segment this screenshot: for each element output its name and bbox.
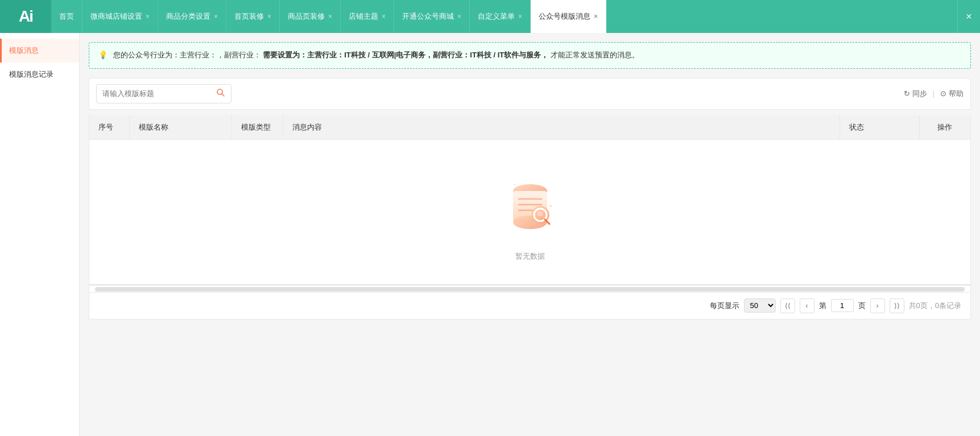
close-tab-shop-theme[interactable]: ×	[382, 13, 386, 20]
notice-box: 💡 您的公众号行业为：主营行业：，副营行业： 需要设置为：主营行业：IT科技 /…	[89, 42, 971, 69]
svg-text:✦: ✦	[548, 203, 553, 209]
col-header-status: 状态	[840, 115, 919, 140]
pagination-bar: 每页显示 102050100 ⟨⟨ ‹ 第 页 › ⟩⟩ 共0页，0条记录	[89, 293, 971, 319]
main-layout: 模版消息模版消息记录 💡 您的公众号行业为：主营行业：，副营行业： 需要设置为：…	[0, 33, 980, 436]
sidebar-item-template-msg-record[interactable]: 模版消息记录	[0, 63, 79, 86]
nav-tabs: 首页微商城店铺设置×商品分类设置×首页装修×商品页装修×店铺主题×开通公众号商城…	[51, 0, 957, 33]
toolbar: ↻ 同步 | ⊙ 帮助	[89, 78, 971, 110]
close-tab-template-msg[interactable]: ×	[594, 13, 598, 20]
close-tab-product-page-decor[interactable]: ×	[328, 13, 332, 20]
content-area: 💡 您的公众号行业为：主营行业：，副营行业： 需要设置为：主营行业：IT科技 /…	[80, 33, 980, 436]
nav-tab-custom-menu[interactable]: 自定义菜单×	[470, 0, 531, 33]
notice-prefix: 您的公众号行业为：主营行业：，副营行业：	[113, 51, 261, 59]
nav-tab-open-mall[interactable]: 开通公众号商城×	[394, 0, 470, 33]
brand-logo: Ai	[0, 0, 51, 33]
svg-text:✦: ✦	[513, 182, 517, 188]
bulb-icon: 💡	[98, 51, 107, 59]
col-header-type: 模版类型	[231, 115, 283, 140]
empty-state: ✦ ✦ 暂无数据	[89, 140, 970, 284]
data-table: 序号模版名称模版类型消息内容状态操作	[89, 115, 970, 284]
toolbar-actions: ↻ 同步 | ⊙ 帮助	[904, 89, 964, 99]
top-nav: Ai 首页微商城店铺设置×商品分类设置×首页装修×商品页装修×店铺主题×开通公众…	[0, 0, 980, 33]
nav-tab-shop-settings[interactable]: 微商城店铺设置×	[82, 0, 158, 33]
last-page-button[interactable]: ⟩⟩	[890, 298, 904, 313]
next-page-button[interactable]: ›	[870, 298, 885, 313]
sync-icon: ↻	[904, 89, 910, 98]
col-header-name: 模版名称	[129, 115, 231, 140]
nav-tab-home[interactable]: 首页	[51, 0, 82, 33]
col-header-action: 操作	[919, 115, 970, 140]
notice-highlight: 需要设置为：主营行业：IT科技 / 互联网|电子商务，副营行业：IT科技 / I…	[263, 51, 548, 59]
nav-tab-template-msg[interactable]: 公众号模版消息×	[531, 0, 606, 33]
scrollbar-track	[95, 287, 965, 292]
col-header-seq: 序号	[89, 115, 129, 140]
empty-illustration: ✦ ✦	[496, 174, 564, 242]
search-input[interactable]	[97, 86, 210, 101]
sidebar-item-template-msg[interactable]: 模版消息	[0, 39, 79, 63]
nav-tab-category-settings[interactable]: 商品分类设置×	[158, 0, 226, 33]
col-header-content: 消息内容	[283, 115, 840, 140]
page-size-select[interactable]: 102050100	[744, 298, 776, 313]
page-label-pre: 第	[819, 301, 826, 311]
empty-text: 暂无数据	[515, 251, 545, 261]
total-info: 共0页，0条记录	[909, 301, 961, 311]
search-button[interactable]	[210, 85, 231, 103]
close-all-tabs-button[interactable]: ×	[957, 0, 980, 33]
sync-button[interactable]: ↻ 同步	[904, 89, 927, 99]
page-size-label: 每页显示	[710, 301, 739, 311]
close-tab-shop-settings[interactable]: ×	[146, 13, 150, 20]
nav-tab-product-page-decor[interactable]: 商品页装修×	[280, 0, 341, 33]
page-input[interactable]	[831, 299, 854, 312]
first-page-button[interactable]: ⟨⟨	[780, 298, 795, 313]
prev-page-button[interactable]: ‹	[800, 298, 814, 313]
search-group	[96, 84, 231, 103]
close-tab-custom-menu[interactable]: ×	[518, 13, 522, 20]
svg-line-1	[222, 94, 224, 96]
close-tab-open-mall[interactable]: ×	[457, 13, 461, 20]
toolbar-divider: |	[933, 89, 934, 98]
help-button[interactable]: ⊙ 帮助	[940, 89, 964, 99]
close-tab-homepage-decor[interactable]: ×	[267, 13, 271, 20]
page-label-post: 页	[858, 301, 866, 311]
close-tab-category-settings[interactable]: ×	[214, 13, 218, 20]
help-icon: ⊙	[940, 89, 946, 98]
table-wrapper: 序号模版名称模版类型消息内容状态操作	[89, 115, 971, 285]
nav-tab-homepage-decor[interactable]: 首页装修×	[226, 0, 280, 33]
sidebar: 模版消息模版消息记录	[0, 33, 80, 436]
empty-row: ✦ ✦ 暂无数据	[89, 139, 970, 284]
horizontal-scrollbar[interactable]	[89, 285, 971, 293]
nav-tab-shop-theme[interactable]: 店铺主题×	[341, 0, 394, 33]
notice-suffix: 才能正常发送预置的消息。	[551, 51, 639, 59]
